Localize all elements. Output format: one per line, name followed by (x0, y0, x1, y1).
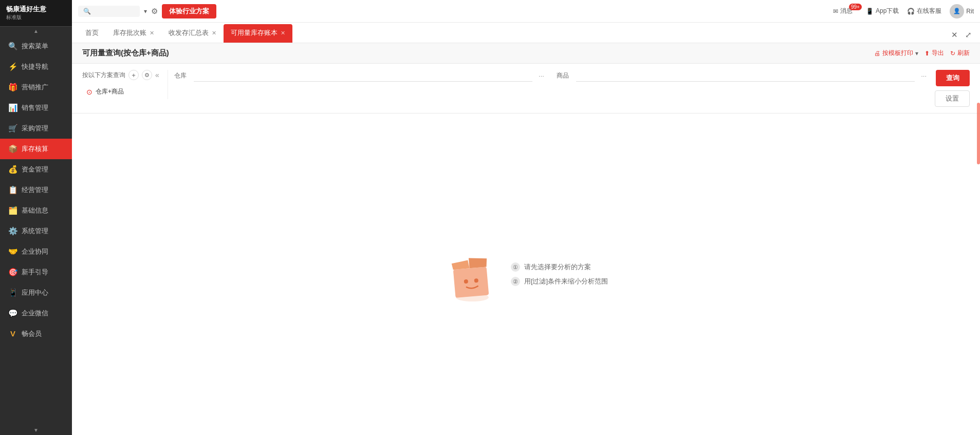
goods-input[interactable] (576, 70, 915, 82)
sidebar-item-guide[interactable]: 🎯 新手引导 (0, 262, 72, 282)
empty-svg (444, 249, 501, 305)
sidebar-item-label: 资金管理 (22, 165, 48, 174)
sidebar-item-label: 采购管理 (22, 124, 48, 133)
tab-summary[interactable]: 收发存汇总表 ✕ (161, 24, 224, 43)
finance-icon: 💰 (8, 165, 17, 174)
svg-rect-1 (453, 267, 489, 297)
online-service-button[interactable]: 🎧 在线客服 (907, 7, 941, 15)
message-badge: 99+ (849, 4, 862, 10)
export-label: 导出 (932, 49, 944, 58)
marketing-icon: 🎁 (8, 83, 17, 92)
refresh-button[interactable]: ↻ 刷新 (950, 49, 970, 58)
goods-label: 商品 (557, 71, 572, 80)
user-avatar-button[interactable]: 👤 Rit (950, 4, 974, 18)
right-scrollbar[interactable] (977, 103, 980, 164)
tip-num-2: ② (511, 277, 520, 286)
scheme-header: 按以下方案查询 + ⚙ « (82, 70, 159, 80)
filter-row-1: 仓库 ··· 商品 ··· (174, 70, 929, 82)
phone-icon: 📱 (866, 8, 874, 15)
sidebar-item-search[interactable]: 🔍 搜索菜单 (0, 36, 72, 56)
topbar-search-input[interactable] (93, 8, 124, 15)
topbar: 🔍 ▾ ⚙ 体验行业方案 ✉ 消息 99+ 📱 App下载 🎧 在线客服 👤 (72, 0, 980, 23)
print-icon: 🖨 (874, 50, 880, 57)
sidebar-item-system[interactable]: ⚙️ 系统管理 (0, 221, 72, 241)
export-icon: ⬆ (924, 50, 930, 57)
sidebar-scroll-down[interactable]: ▼ (0, 426, 72, 435)
page-header-actions: 🖨 按模板打印 ▾ ⬆ 导出 ↻ 刷新 (874, 49, 970, 58)
sidebar-item-operations[interactable]: 📋 经营管理 (0, 180, 72, 200)
brand-name: 畅康通好生意 (6, 5, 66, 14)
sidebar-item-marketing[interactable]: 🎁 营销推广 (0, 77, 72, 98)
page-header: 可用量查询(按仓库+商品) 🖨 按模板打印 ▾ ⬆ 导出 ↻ 刷新 (72, 43, 980, 64)
sidebar-item-wechat[interactable]: 💬 企业微信 (0, 303, 72, 324)
sidebar-item-sales[interactable]: 📊 销售管理 (0, 98, 72, 118)
trial-industry-button[interactable]: 体验行业方案 (162, 4, 216, 18)
sidebar-item-label: 快捷导航 (22, 62, 48, 71)
sidebar-item-shortcut[interactable]: ⚡ 快捷导航 (0, 56, 72, 77)
online-service-label: 在线客服 (917, 7, 941, 15)
query-panel: 按以下方案查询 + ⚙ « ⊙ 仓库+商品 仓库 ··· (72, 64, 980, 114)
scheme-item-label: 仓库+商品 (96, 87, 124, 96)
app-download-label: App下载 (876, 7, 899, 15)
sidebar-item-finance[interactable]: 💰 资金管理 (0, 159, 72, 180)
empty-tips: ① 请先选择要分析的方案 ② 用[过滤]条件来缩小分析范围 (511, 262, 608, 286)
sidebar-item-appstore[interactable]: 📱 应用中心 (0, 282, 72, 303)
gear-icon[interactable]: ⚙ (151, 7, 158, 16)
app-download-button[interactable]: 📱 App下载 (866, 7, 899, 15)
scheme-section: 按以下方案查询 + ⚙ « ⊙ 仓库+商品 (82, 70, 168, 99)
tip-num-1: ① (511, 262, 520, 272)
tab-available-close[interactable]: ✕ (281, 30, 285, 36)
tab-home[interactable]: 首页 (78, 24, 106, 43)
page-title: 可用量查询(按仓库+商品) (82, 48, 169, 58)
brand-sub: 标准版 (6, 14, 66, 21)
operations-icon: 📋 (8, 185, 17, 195)
tabbar: 首页 库存批次账 ✕ 收发存汇总表 ✕ 可用量库存账本 ✕ ✕ ⤢ (72, 23, 980, 43)
tab-summary-label: 收发存汇总表 (169, 28, 209, 37)
sidebar-item-inventory[interactable]: 📦 库存核算 (0, 139, 72, 159)
enterprise-icon: 🤝 (8, 247, 17, 256)
purchase-icon: 🛒 (8, 124, 17, 133)
scroll-up-icon[interactable]: ▲ (33, 29, 39, 34)
sidebar-item-label: 经营管理 (22, 185, 48, 195)
export-button[interactable]: ⬆ 导出 (924, 49, 944, 58)
add-scheme-button[interactable]: + (128, 70, 139, 80)
inventory-icon: 📦 (8, 144, 17, 154)
query-actions: 查询 设置 (935, 70, 970, 107)
tab-batch-close[interactable]: ✕ (150, 30, 154, 36)
warehouse-more-icon[interactable]: ··· (537, 72, 546, 80)
tab-batch[interactable]: 库存批次账 ✕ (106, 24, 161, 43)
settings-scheme-button[interactable]: ⚙ (142, 70, 152, 80)
tab-summary-close[interactable]: ✕ (212, 30, 216, 36)
warehouse-input[interactable] (194, 70, 532, 82)
content-area: 可用量查询(按仓库+商品) 🖨 按模板打印 ▾ ⬆ 导出 ↻ 刷新 (72, 43, 980, 435)
sidebar-scroll-up[interactable]: ▲ (0, 27, 72, 36)
sidebar-item-member[interactable]: V 畅会员 (0, 324, 72, 344)
sidebar-item-basic[interactable]: 🗂️ 基础信息 (0, 200, 72, 221)
topbar-search-box[interactable]: 🔍 (78, 6, 140, 17)
tab-available[interactable]: 可用量库存账本 ✕ (224, 24, 292, 43)
scroll-down-icon[interactable]: ▼ (33, 428, 39, 433)
scheme-item-warehouse-goods[interactable]: ⊙ 仓库+商品 (82, 84, 159, 99)
dropdown-arrow-icon[interactable]: ▾ (144, 8, 147, 15)
goods-more-icon[interactable]: ··· (919, 72, 929, 80)
sidebar-item-label: 新手引导 (22, 268, 48, 277)
query-button[interactable]: 查询 (936, 70, 970, 86)
sidebar-item-label: 基础信息 (22, 206, 48, 215)
collapse-scheme-button[interactable]: « (155, 71, 159, 79)
message-button[interactable]: ✉ 消息 99+ (833, 7, 858, 15)
sidebar-item-label: 企业协同 (22, 247, 48, 256)
settings-button[interactable]: 设置 (935, 90, 970, 107)
filter-fields: 仓库 ··· 商品 ··· (174, 70, 929, 82)
appstore-icon: 📱 (8, 288, 17, 297)
filter-warehouse: 仓库 ··· (174, 70, 546, 82)
print-button[interactable]: 🖨 按模板打印 ▾ (874, 49, 918, 58)
refresh-label: 刷新 (957, 49, 970, 58)
sidebar: 畅康通好生意 标准版 ▲ 🔍 搜索菜单 ⚡ 快捷导航 🎁 营销推广 📊 销售管理… (0, 0, 72, 435)
wechat-icon: 💬 (8, 309, 17, 318)
sidebar-item-label: 搜索菜单 (22, 42, 48, 51)
search-icon: 🔍 (83, 8, 91, 15)
close-tab-icon[interactable]: ✕ (949, 29, 960, 41)
sidebar-item-enterprise[interactable]: 🤝 企业协同 (0, 241, 72, 262)
fullscreen-icon[interactable]: ⤢ (963, 29, 974, 41)
sidebar-item-purchase[interactable]: 🛒 采购管理 (0, 118, 72, 139)
